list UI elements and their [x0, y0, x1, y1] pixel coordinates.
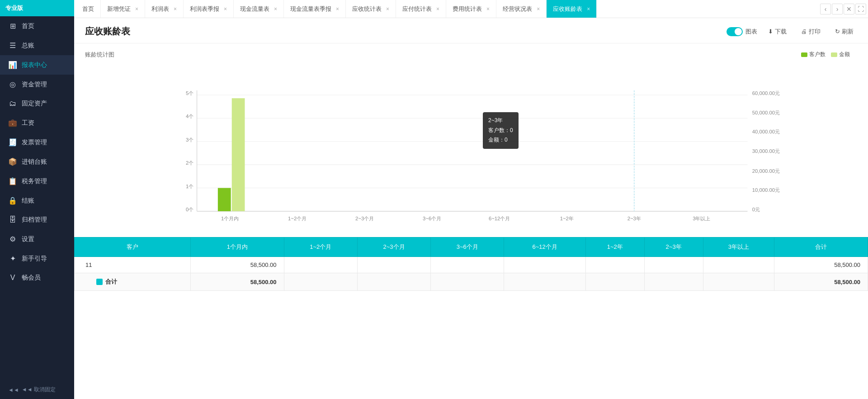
unpin-label: ◄◄ 取消固定 [22, 386, 56, 394]
tab-cashflow-quarter-close[interactable]: × [336, 6, 339, 12]
th-m1-2: 1~2个月 [284, 238, 357, 257]
sidebar-item-label: 固定资产 [22, 100, 47, 108]
td-total-m1: 58,500.00 [190, 273, 284, 291]
tab-close-all[interactable]: ✕ [844, 4, 854, 14]
sidebar-item-archive[interactable]: 🗄 归档管理 [0, 210, 74, 229]
svg-text:20,000.00元: 20,000.00元 [752, 168, 780, 174]
td-customer: 11 [75, 257, 191, 273]
svg-text:4个: 4个 [186, 114, 193, 119]
table-row: 11 58,500.00 58,500.00 [75, 257, 868, 273]
page-header: 应收账龄表 图表 ⬇ 下载 🖨 打印 ↻ 刷新 [74, 18, 868, 43]
tab-ap-stats-close[interactable]: × [436, 6, 439, 12]
td-m2-3 [357, 257, 430, 273]
toggle-track[interactable] [726, 27, 743, 36]
sidebar-item-funds[interactable]: ◎ 资金管理 [0, 75, 74, 94]
svg-text:10,000.00元: 10,000.00元 [752, 187, 780, 193]
sidebar-item-settings[interactable]: ⚙ 设置 [0, 229, 74, 249]
td-total-y3plus [703, 273, 774, 291]
tab-voucher-close[interactable]: × [135, 6, 138, 12]
sidebar-item-label: 发票管理 [22, 138, 47, 147]
unpin-sidebar-button[interactable]: ◄◄ ◄◄ 取消固定 [0, 380, 74, 399]
assets-icon: 🗂 [8, 100, 17, 108]
tab-profit-close[interactable]: × [174, 6, 177, 12]
tab-cashflow-close[interactable]: × [274, 6, 277, 12]
td-total-m1-2 [284, 273, 357, 291]
sidebar-item-reports[interactable]: 📊 报表中心 [0, 55, 74, 75]
invoice-icon: 🧾 [8, 138, 17, 147]
tab-ar-stats[interactable]: 应收统计表 × [346, 0, 396, 18]
tab-cashflow-quarter[interactable]: 现金流量表季报 × [284, 0, 346, 18]
guide-icon: ✦ [8, 254, 17, 263]
chart-legend: 客户数 金额 [801, 51, 850, 58]
tab-scroll-right[interactable]: › [832, 4, 843, 14]
tab-ar-stats-label: 应收统计表 [352, 5, 382, 13]
bar-m1-customer [218, 188, 231, 211]
tab-ar-aging[interactable]: 应收账龄表 × [547, 0, 597, 18]
svg-text:2~3年: 2~3年 [627, 216, 641, 221]
sidebar-item-close[interactable]: 🔒 结账 [0, 191, 74, 210]
tab-business-status-close[interactable]: × [537, 6, 540, 12]
chart-section: 账龄统计图 客户数 金额 0个 1个 2个 3个 [74, 43, 868, 237]
td-y2-3 [644, 257, 703, 273]
sidebar-item-label: 报表中心 [22, 61, 47, 69]
tab-ap-stats-label: 应付统计表 [402, 5, 432, 13]
print-button[interactable]: 🖨 打印 [797, 26, 824, 38]
tab-expense-stats-close[interactable]: × [486, 6, 490, 12]
th-y2-3: 2~3年 [644, 238, 703, 257]
tab-voucher[interactable]: 新增凭证 × [101, 0, 145, 18]
th-m6-12: 6~12个月 [504, 238, 585, 257]
svg-text:3~6个月: 3~6个月 [423, 216, 441, 221]
sidebar-item-tax[interactable]: 📋 税务管理 [0, 171, 74, 191]
tab-business-status[interactable]: 经营状况表 × [496, 0, 547, 18]
tab-fullscreen[interactable]: ⛶ [855, 4, 866, 14]
tab-ap-stats[interactable]: 应付统计表 × [396, 0, 446, 18]
td-total: 58,500.00 [774, 257, 868, 273]
app-logo: 专业版 [0, 0, 74, 16]
tab-scroll-left[interactable]: ‹ [820, 4, 831, 14]
header-actions: 图表 ⬇ 下载 🖨 打印 ↻ 刷新 [726, 26, 857, 43]
legend-amount-color [831, 52, 837, 57]
tab-cashflow[interactable]: 现金流量表 × [234, 0, 284, 18]
tab-profit-quarter[interactable]: 利润表季报 × [184, 0, 234, 18]
tab-cashflow-quarter-label: 现金流量表季报 [290, 5, 331, 13]
svg-text:3个: 3个 [186, 137, 193, 142]
refresh-button[interactable]: ↻ 刷新 [831, 26, 857, 38]
sidebar-item-inventory[interactable]: 📦 进销台账 [0, 152, 74, 171]
download-label: 下载 [775, 28, 787, 36]
svg-text:2~3个月: 2~3个月 [355, 216, 374, 221]
salary-icon: 💼 [8, 119, 17, 127]
td-total-y1-2 [585, 273, 644, 291]
sidebar-item-invoice[interactable]: 🧾 发票管理 [0, 133, 74, 152]
sidebar-item-ledger[interactable]: ☰ 总账 [0, 36, 74, 55]
tab-home[interactable]: 首页 [76, 0, 101, 18]
sidebar-item-guide[interactable]: ✦ 新手引导 [0, 249, 74, 268]
tab-ar-stats-close[interactable]: × [386, 6, 389, 12]
toggle-thumb [735, 28, 742, 35]
download-button[interactable]: ⬇ 下载 [764, 26, 790, 38]
table-section: 客户 1个月内 1~2个月 2~3个月 3~6个月 6~12个月 1~2年 2~… [74, 237, 868, 291]
tab-profit[interactable]: 利润表 × [145, 0, 184, 18]
svg-text:1个: 1个 [186, 184, 193, 189]
td-total-label: 合计 [75, 273, 191, 291]
sidebar-item-label: 归档管理 [22, 216, 47, 224]
chart-toggle[interactable]: 图表 [726, 27, 757, 36]
tab-ar-aging-close[interactable]: × [587, 6, 590, 12]
tab-profit-quarter-close[interactable]: × [224, 6, 227, 12]
td-total-y2-3 [644, 273, 703, 291]
refresh-icon: ↻ [835, 28, 840, 35]
sidebar-item-member[interactable]: V 畅会员 [0, 268, 74, 287]
tab-expense-stats[interactable]: 费用统计表 × [446, 0, 496, 18]
td-m1: 58,500.00 [190, 257, 284, 273]
settings-icon: ⚙ [8, 235, 17, 243]
chart-container: 0个 1个 2个 3个 4个 5个 0元 10,000.00元 20,000.0… [85, 62, 857, 230]
sidebar-item-home[interactable]: ⊞ 首页 [0, 16, 74, 36]
td-y3plus [703, 257, 774, 273]
svg-text:6~12个月: 6~12个月 [489, 216, 510, 221]
tab-profit-quarter-label: 利润表季报 [190, 5, 219, 13]
sidebar-item-salary[interactable]: 💼 工资 [0, 113, 74, 133]
legend-customer-count: 客户数 [801, 51, 826, 58]
td-total-m3-6 [431, 273, 504, 291]
refresh-label: 刷新 [842, 28, 854, 36]
sidebar-item-assets[interactable]: 🗂 固定资产 [0, 94, 74, 113]
close-icon: 🔒 [8, 196, 17, 205]
